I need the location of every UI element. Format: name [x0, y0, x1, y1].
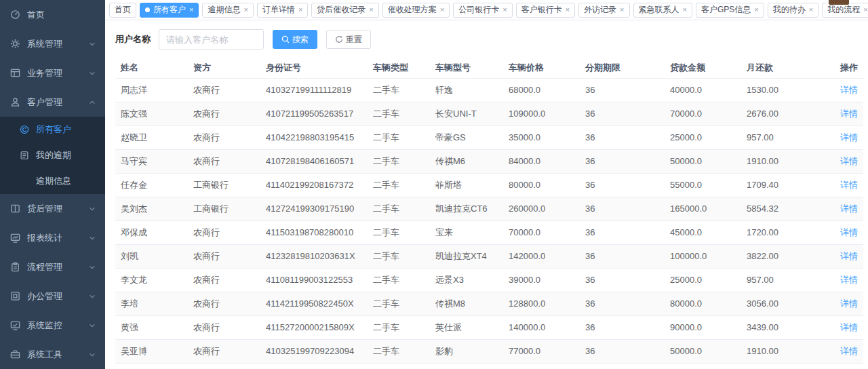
sidebar-item-流程管理[interactable]: 流程管理: [0, 252, 105, 281]
cell-vehicle_type: 二手车: [368, 197, 430, 220]
cell-vehicle_model: 传祺M8: [430, 292, 503, 315]
cell-funder: 农商行: [188, 125, 260, 149]
close-icon[interactable]: ×: [754, 6, 758, 14]
cell-funder: 农商行: [188, 339, 260, 363]
sidebar-item-系统监控[interactable]: 系统监控: [0, 311, 105, 340]
cell-funder: 农商行: [188, 268, 260, 292]
cell-vehicle_model: 宝来: [430, 220, 503, 244]
detail-link[interactable]: 详情: [840, 132, 858, 142]
sidebar-item-系统工具[interactable]: 系统工具: [0, 340, 105, 369]
sidebar-item-label: 系统管理: [27, 38, 89, 50]
table-row: 马守宾农商行410728198406160571二手车传祺M684000.036…: [115, 149, 863, 173]
tab-所有客户[interactable]: 所有客户×: [140, 3, 199, 18]
close-icon[interactable]: ×: [369, 6, 373, 14]
cell-vehicle_type: 二手车: [368, 220, 430, 244]
sidebar-subitem-我的逾期[interactable]: 我的逾期: [0, 142, 105, 168]
close-icon[interactable]: ×: [620, 6, 624, 14]
tab-label: 紧急联系人: [639, 4, 679, 16]
tab-紧急联系人[interactable]: 紧急联系人×: [633, 3, 692, 18]
sidebar-item-报表统计[interactable]: 报表统计: [0, 223, 105, 252]
tab-逾期信息[interactable]: 逾期信息×: [202, 3, 253, 18]
cell-name: 吴刘杰: [115, 197, 188, 220]
sidebar-item-贷后管理[interactable]: 贷后管理: [0, 194, 105, 223]
column-header-资方: 资方: [188, 58, 260, 78]
close-icon[interactable]: ×: [440, 6, 444, 14]
active-tab-dot-icon: [145, 7, 150, 12]
detail-link[interactable]: 详情: [840, 275, 858, 285]
sidebar-item-业务管理[interactable]: 业务管理: [0, 58, 105, 88]
close-icon[interactable]: ×: [502, 6, 507, 14]
tab-催收处理方案[interactable]: 催收处理方案×: [382, 3, 450, 18]
tab-客户GPS信息[interactable]: 客户GPS信息×: [696, 3, 764, 18]
tab-外访记录[interactable]: 外访记录×: [578, 3, 629, 18]
table-row: 吴亚博农商行410325199709223094二手车影豹77000.03650…: [115, 339, 863, 363]
close-icon[interactable]: ×: [863, 6, 867, 14]
tab-客户银行卡[interactable]: 客户银行卡×: [516, 3, 575, 18]
detail-link[interactable]: 详情: [840, 251, 858, 261]
sidebar-item-系统管理[interactable]: 系统管理: [0, 29, 105, 58]
detail-link[interactable]: 详情: [840, 203, 858, 214]
close-icon[interactable]: ×: [683, 6, 687, 14]
chevron-up-icon: [89, 99, 97, 106]
sidebar-item-首页[interactable]: 首页: [0, 0, 105, 29]
cell-vehicle_model: 远景X3: [430, 268, 503, 292]
sidebar-top-menu: 首页系统管理业务管理客户管理: [0, 0, 105, 117]
cell-partial: [115, 363, 188, 369]
cell-term: 36: [580, 339, 665, 363]
table-row: 赵晓卫农商行410422198803195415二手车帝豪GS35000.036…: [115, 125, 863, 149]
close-icon[interactable]: ×: [243, 6, 248, 14]
detail-link[interactable]: 详情: [840, 109, 858, 119]
detail-link[interactable]: 详情: [840, 85, 858, 95]
cell-term: 36: [580, 315, 665, 339]
avatar[interactable]: [829, 0, 849, 5]
cell-monthly_payment: 957.00: [741, 125, 823, 149]
sidebar-item-label: 客户管理: [27, 96, 89, 109]
cell-loan_amount: 100000.0: [665, 244, 741, 268]
detail-link[interactable]: 详情: [840, 227, 858, 237]
tab-首页[interactable]: 首页: [109, 3, 136, 18]
search-button[interactable]: 搜索: [273, 30, 317, 49]
chevron-down-icon: [89, 351, 97, 358]
cell-vehicle_price: 84000.0: [503, 149, 580, 173]
sidebar-item-客户管理[interactable]: 客户管理: [0, 88, 105, 117]
close-icon[interactable]: ×: [189, 6, 193, 14]
detail-link[interactable]: 详情: [840, 322, 858, 332]
sidebar-item-label: 报表统计: [27, 232, 89, 244]
cell-partial: [368, 363, 430, 369]
cell-id_number: 41142119950822450X: [260, 292, 368, 315]
cell-vehicle_type: 二手车: [368, 78, 430, 102]
detail-link[interactable]: 详情: [840, 180, 858, 190]
tab-贷后催收记录[interactable]: 贷后催收记录×: [311, 3, 378, 18]
sidebar-item-办公管理[interactable]: 办公管理: [0, 281, 105, 311]
cell-term: 36: [580, 173, 665, 197]
table-row: 任存金工商银行411402199208167372二手车菲斯塔80000.036…: [115, 173, 863, 197]
cell-vehicle_type: 二手车: [368, 315, 430, 339]
tab-订单详情[interactable]: 订单详情×: [257, 3, 308, 18]
tab-我的待办[interactable]: 我的待办×: [768, 3, 818, 18]
tab-公司银行卡[interactable]: 公司银行卡×: [453, 3, 512, 18]
cell-monthly_payment: 5854.32: [741, 197, 823, 220]
sidebar-item-label: 贷后管理: [27, 203, 89, 215]
reset-button[interactable]: 重置: [326, 30, 371, 49]
cell-loan_amount: 50000.0: [665, 149, 741, 173]
close-icon[interactable]: ×: [566, 6, 570, 14]
close-icon[interactable]: ×: [298, 6, 302, 14]
sidebar-customer-submenu: 所有客户我的逾期逾期信息: [0, 117, 105, 194]
detail-link[interactable]: 详情: [840, 298, 858, 309]
cell-funder: 农商行: [188, 102, 260, 125]
sidebar-subitem-所有客户[interactable]: 所有客户: [0, 117, 105, 142]
cell-id_number: 411081199003122553: [260, 268, 368, 292]
cell-monthly_payment: 1709.40: [741, 173, 823, 197]
search-input[interactable]: [159, 29, 264, 50]
detail-link[interactable]: 详情: [840, 346, 858, 356]
cell-vehicle_price: 109000.0: [503, 102, 580, 125]
chevron-down-icon: [89, 70, 97, 77]
detail-link[interactable]: 详情: [840, 156, 858, 166]
cell-name: 马守宾: [115, 149, 188, 173]
cell-term: 36: [580, 220, 665, 244]
cell-monthly_payment: 957.00: [741, 268, 823, 292]
search-field-label: 用户名称: [115, 33, 151, 45]
close-icon[interactable]: ×: [809, 6, 813, 14]
cell-loan_amount: 25000.0: [665, 268, 741, 292]
sidebar-subitem-逾期信息[interactable]: 逾期信息: [0, 168, 105, 194]
